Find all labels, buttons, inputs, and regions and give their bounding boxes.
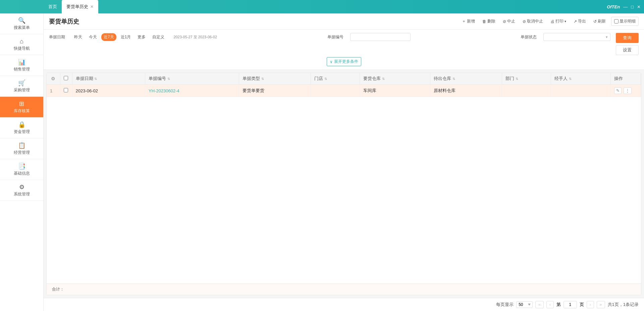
doc-no-input[interactable] (350, 33, 411, 41)
sidebar-item-finance[interactable]: 🔒 资金管理 (0, 118, 43, 138)
sidebar-item-inventory[interactable]: ⊞ 库存核算 (0, 97, 43, 118)
expand-more-button[interactable]: ∨ 展开更多条件 (327, 57, 361, 66)
print-label: 打印 (555, 18, 564, 24)
sidebar-item-search-menu[interactable]: 🔍 搜索菜单 (0, 13, 43, 34)
window-close-btn[interactable]: ✕ (637, 4, 641, 9)
sidebar-item-quick-nav[interactable]: ⌂ 快捷导航 (0, 34, 43, 55)
sidebar-item-purchase[interactable]: 🛒 采购管理 (0, 76, 43, 97)
table-row: 1 2023-06-02 YH-20230602-4 要货单要货 车间库 原材料… (47, 85, 641, 97)
new-button[interactable]: ＋ 新增 (460, 17, 477, 26)
col-doc-date-label: 单据日期 (76, 76, 93, 81)
tab-close-icon[interactable]: ✕ (90, 4, 94, 9)
content-area: 要货单历史 ＋ 新增 🗑 删除 ⊘ 中止 ⊘ 取消中止 (44, 13, 644, 311)
inventory-icon: ⊞ (19, 101, 24, 107)
stop-label: 中止 (507, 18, 515, 24)
quick-nav-icon: ⌂ (20, 38, 23, 44)
table-header-row: ⚙ 单据日期 ⇅ 单据编号 ⇅ (47, 73, 641, 85)
quick-date-yesterday[interactable]: 昨天 (72, 33, 85, 41)
row-department (502, 85, 551, 97)
tab-req-history[interactable]: 要货单历史 ✕ (62, 0, 98, 13)
show-detail-checkbox[interactable] (614, 19, 619, 24)
cancel-stop-label: 取消中止 (527, 18, 543, 24)
top-bar: 首页 要货单历史 ✕ OfTEn — □ ✕ (0, 0, 644, 13)
quick-date-7days[interactable]: 近7天 (101, 33, 116, 41)
col-handler[interactable]: 经手人 ⇅ (551, 73, 610, 85)
sort-doc-no-icon: ⇅ (167, 77, 170, 81)
prev-page-button[interactable]: ‹ (546, 301, 554, 308)
total-label: 合计： (52, 286, 64, 292)
quick-date-custom[interactable]: 自定义 (150, 33, 167, 41)
maximize-btn[interactable]: □ (631, 4, 634, 9)
page-title: 要货单历史 (49, 17, 79, 29)
per-page-label: 每页显示 (496, 302, 514, 308)
row-doc-no: YH-20230602-4 (145, 85, 239, 97)
per-page-select[interactable]: 10 20 50 100 (516, 301, 533, 308)
minimize-btn[interactable]: — (623, 4, 628, 9)
data-table: ⚙ 单据日期 ⇅ 单据编号 ⇅ (47, 73, 641, 97)
refresh-button[interactable]: ↺ 刷新 (591, 17, 608, 26)
status-select-wrapper (543, 33, 610, 41)
quick-date-today[interactable]: 今天 (87, 33, 99, 41)
col-doc-date[interactable]: 单据日期 ⇅ (72, 73, 145, 85)
col-pending-warehouse[interactable]: 待出仓库 ⇅ (430, 73, 502, 85)
operations-icon: 📋 (18, 142, 25, 148)
row-select-checkbox[interactable] (64, 88, 68, 92)
last-page-button[interactable]: » (597, 301, 605, 308)
stop-button[interactable]: ⊘ 中止 (501, 17, 517, 26)
col-department[interactable]: 部门 ⇅ (502, 73, 551, 85)
toolbar: ＋ 新增 🗑 删除 ⊘ 中止 ⊘ 取消中止 🖨 打印 (460, 17, 639, 29)
page-number-input[interactable] (564, 301, 577, 308)
row-edit-button[interactable]: ✎ (614, 87, 622, 94)
expand-label: 展开更多条件 (334, 59, 358, 64)
show-detail-button[interactable]: 显示明细 (611, 17, 639, 26)
delete-label: 删除 (487, 18, 495, 24)
delete-button[interactable]: 🗑 删除 (480, 17, 497, 26)
column-settings-icon[interactable]: ⚙ (50, 76, 57, 81)
sidebar-item-label: 经营管理 (14, 150, 30, 156)
col-handler-label: 经手人 (554, 76, 568, 81)
doc-no-link[interactable]: YH-20230602-4 (149, 88, 179, 93)
first-page-button[interactable]: « (535, 301, 544, 308)
quick-date-1month[interactable]: 近1月 (118, 33, 133, 41)
tab-home[interactable]: 首页 (44, 0, 62, 13)
quick-date-more[interactable]: 更多 (135, 33, 148, 41)
sidebar-item-sales[interactable]: 📊 销售管理 (0, 55, 43, 76)
filter-settings-button[interactable]: 设置 (616, 45, 639, 55)
query-button[interactable]: 查询 (616, 33, 639, 43)
sidebar-item-label: 资金管理 (14, 129, 30, 135)
row-num: 1 (47, 85, 60, 97)
row-more-button[interactable]: ⋮ (624, 87, 632, 94)
new-icon: ＋ (462, 18, 466, 24)
col-req-warehouse-label: 要货仓库 (363, 76, 381, 81)
status-filter-label: 单据状态 (521, 34, 537, 40)
col-store[interactable]: 门店 ⇅ (311, 73, 360, 85)
col-pending-warehouse-label: 待出仓库 (434, 76, 451, 81)
col-action-label: 操作 (614, 76, 623, 81)
col-settings[interactable]: ⚙ (47, 73, 60, 85)
cancel-stop-icon: ⊘ (523, 19, 526, 24)
sort-handler-icon: ⇅ (569, 77, 572, 81)
sidebar-item-label: 基础信息 (14, 171, 30, 176)
print-dropdown-icon: ▾ (565, 19, 566, 23)
row-doc-date: 2023-06-02 (72, 85, 145, 97)
quick-date-buttons: 昨天 今天 近7天 近1月 更多 自定义 (72, 33, 167, 41)
select-all-checkbox[interactable] (64, 76, 68, 80)
sidebar-item-system[interactable]: ⚙ 系统管理 (0, 180, 43, 201)
sidebar-item-basic-info[interactable]: 📑 基础信息 (0, 159, 43, 180)
print-button[interactable]: 🖨 打印 ▾ (548, 17, 568, 26)
col-doc-no[interactable]: 单据编号 ⇅ (145, 73, 239, 85)
next-page-button[interactable]: › (587, 301, 594, 308)
col-doc-no-label: 单据编号 (149, 76, 166, 81)
basic-info-icon: 📑 (18, 163, 25, 169)
status-select[interactable] (543, 33, 610, 41)
export-icon: ↗ (574, 19, 577, 24)
show-detail-label: 显示明细 (620, 18, 636, 24)
sidebar-item-label: 搜索菜单 (14, 25, 30, 31)
cancel-stop-button[interactable]: ⊘ 取消中止 (521, 17, 545, 26)
delete-icon: 🗑 (482, 19, 486, 24)
export-button[interactable]: ↗ 导出 (572, 17, 588, 26)
brand-label: OfTEn (607, 4, 620, 9)
col-req-warehouse[interactable]: 要货仓库 ⇅ (360, 73, 430, 85)
sidebar-item-operations[interactable]: 📋 经营管理 (0, 138, 43, 159)
col-doc-type[interactable]: 单据类型 ⇅ (239, 73, 311, 85)
